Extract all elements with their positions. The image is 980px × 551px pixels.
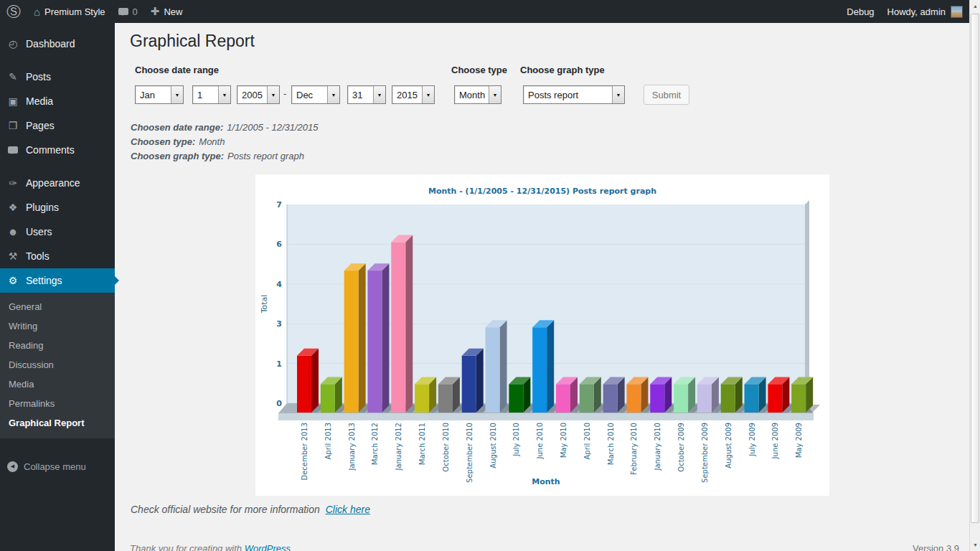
date-range-separator: - (283, 88, 286, 99)
svg-text:January 2012: January 2012 (395, 423, 402, 471)
svg-text:July 2009: July 2009 (748, 423, 756, 457)
to-day-select[interactable]: 31 ▼ (347, 85, 386, 104)
submenu-item-discussion[interactable]: Discussion (0, 355, 115, 375)
click-here-link[interactable]: Click here (326, 504, 370, 515)
submenu-item-media[interactable]: Media (0, 375, 115, 394)
submenu-item-graphical-report[interactable]: Graphical Report (0, 413, 115, 433)
sidebar-item-users[interactable]: ☻ Users (0, 220, 115, 244)
home-icon: ⌂ (34, 6, 40, 18)
sidebar-item-label: Comments (26, 144, 75, 156)
report-chart: 764310December 2013April 2013January 201… (255, 174, 829, 496)
svg-text:June 2010: June 2010 (536, 423, 544, 459)
chosen-graph-type-line: Choosen graph type:Posts report graph (131, 151, 304, 161)
sidebar-item-dashboard[interactable]: ◴ Dashboard (0, 32, 115, 56)
howdy-text: Howdy, admin (887, 6, 946, 17)
scrollbar-thumb[interactable] (971, 14, 979, 523)
svg-text:January 2013: January 2013 (348, 423, 356, 471)
svg-text:Month: Month (532, 477, 560, 486)
sidebar-item-comments[interactable]: Comments (0, 138, 115, 162)
from-month-select[interactable]: Jan ▼ (135, 85, 184, 104)
sidebar-item-plugins[interactable]: ❖ Plugins (0, 195, 115, 220)
sidebar-item-settings[interactable]: ⚙ Settings (0, 268, 115, 293)
submenu-item-general[interactable]: General (0, 297, 115, 316)
plugins-icon: ❖ (6, 202, 20, 213)
svg-text:Month - (1/1/2005 - 12/31/20: Month - (1/1/2005 - 12/31/2015) Posts re… (428, 187, 656, 196)
comments-icon (6, 144, 20, 156)
svg-text:April 2013: April 2013 (324, 423, 332, 459)
sidebar-item-posts[interactable]: ✎ Posts (0, 65, 115, 89)
to-month-select[interactable]: Dec ▼ (291, 85, 340, 104)
official-website-note: Check official website for more informat… (131, 504, 370, 515)
from-day-select[interactable]: 1 ▼ (192, 85, 231, 104)
submenu-item-permalinks[interactable]: Permalinks (0, 394, 115, 413)
svg-text:October 2010: October 2010 (442, 423, 450, 472)
svg-text:April 2010: April 2010 (583, 423, 591, 459)
chosen-type-line: Choosen type:Month (131, 136, 225, 147)
svg-text:March 2010: March 2010 (607, 423, 615, 465)
wordpress-logo-icon: Ⓢ (6, 4, 21, 19)
graph-type-select[interactable]: Posts report ▼ (523, 85, 625, 104)
admin-sidebar: ◴ Dashboard ✎ Posts ▣ Media ❐ Pages Comm… (0, 23, 115, 551)
wordpress-link[interactable]: WordPress (245, 543, 291, 551)
submenu-item-reading[interactable]: Reading (0, 336, 115, 355)
svg-text:Total: Total (260, 295, 269, 314)
bar-chart-3d: 764310December 2013April 2013January 201… (255, 174, 829, 496)
wordpress-logo-button[interactable]: Ⓢ (0, 0, 27, 23)
submenu-item-writing[interactable]: Writing (0, 316, 115, 336)
date-range-label: Choose date range (135, 65, 219, 75)
sidebar-item-appearance[interactable]: ✑ Appearance (0, 171, 115, 195)
settings-submenu: General Writing Reading Discussion Media… (0, 293, 115, 438)
plus-icon: ✚ (151, 5, 160, 18)
sidebar-item-pages[interactable]: ❐ Pages (0, 113, 115, 138)
svg-text:May 2010: May 2010 (560, 423, 567, 458)
svg-text:March 2011: March 2011 (418, 423, 426, 465)
submit-button[interactable]: Submit (644, 85, 689, 105)
collapse-arrow-icon: ◀ (7, 461, 18, 472)
svg-text:6: 6 (276, 240, 282, 249)
sidebar-item-label: Users (26, 226, 52, 237)
svg-text:0: 0 (276, 399, 282, 408)
svg-text:August 2009: August 2009 (725, 423, 732, 468)
account-menu[interactable]: Howdy, admin (881, 0, 969, 23)
svg-text:March 2012: March 2012 (371, 423, 379, 465)
graph-type-label: Choose graph type (520, 65, 605, 75)
page-scrollbar[interactable]: ▲ ▼ (969, 0, 980, 551)
media-icon: ▣ (6, 95, 20, 107)
dashboard-icon: ◴ (6, 38, 20, 50)
new-label: New (164, 6, 182, 17)
settings-icon: ⚙ (6, 275, 20, 286)
main-content: Graphical Report Choose date range Choos… (115, 23, 969, 551)
collapse-menu-button[interactable]: ◀ Collapse menu (0, 454, 115, 479)
users-icon: ☻ (6, 226, 20, 237)
from-year-select[interactable]: 2005 ▼ (237, 85, 280, 104)
sidebar-item-label: Settings (26, 275, 62, 286)
posts-icon: ✎ (6, 71, 20, 83)
page-title: Graphical Report (130, 32, 255, 51)
svg-text:1: 1 (276, 359, 282, 369)
sidebar-item-label: Pages (26, 120, 55, 131)
sidebar-item-tools[interactable]: ⚒ Tools (0, 244, 115, 268)
scroll-down-button[interactable]: ▼ (970, 539, 980, 551)
scroll-up-button[interactable]: ▲ (970, 0, 980, 12)
type-select[interactable]: Month ▼ (454, 85, 501, 104)
site-name-link[interactable]: ⌂ Premium Style (27, 0, 112, 23)
sidebar-item-label: Media (26, 95, 53, 107)
user-avatar (951, 6, 963, 18)
appearance-icon: ✑ (6, 177, 20, 189)
dropdown-arrow-icon: ▼ (422, 86, 434, 103)
dropdown-arrow-icon: ▼ (267, 86, 279, 103)
svg-text:3: 3 (276, 319, 282, 329)
new-content-button[interactable]: ✚ New (144, 0, 189, 23)
comments-shortcut[interactable]: 0 (112, 0, 144, 23)
admin-top-bar: Ⓢ ⌂ Premium Style 0 ✚ New Debug Howdy, a… (0, 0, 969, 23)
dropdown-arrow-icon: ▼ (327, 86, 339, 103)
footer-thanks-text: Thank you for creating with (130, 543, 242, 551)
svg-text:February 2010: February 2010 (630, 423, 638, 475)
svg-text:May 2009: May 2009 (795, 423, 803, 458)
dropdown-arrow-icon: ▼ (489, 86, 501, 103)
debug-menu[interactable]: Debug (840, 0, 880, 23)
sidebar-item-label: Posts (26, 71, 51, 83)
sidebar-item-media[interactable]: ▣ Media (0, 89, 115, 113)
to-year-select[interactable]: 2015 ▼ (392, 85, 435, 104)
dropdown-arrow-icon: ▼ (218, 86, 230, 103)
